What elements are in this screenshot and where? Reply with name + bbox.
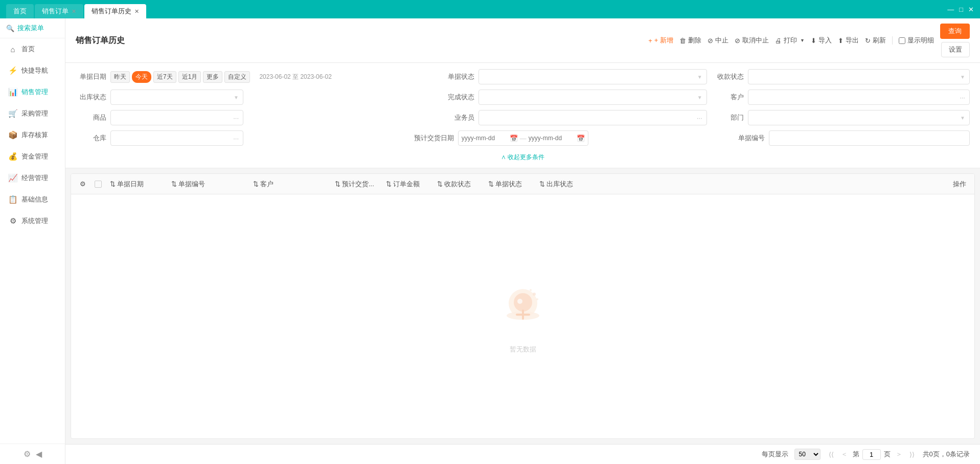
tab-sales-order[interactable]: 销售订单 ✕ <box>35 4 83 18</box>
sidebar-collapse-btn[interactable]: ◀ <box>36 449 42 459</box>
th-customer-label: 客户 <box>260 180 274 189</box>
window-minimize-icon[interactable]: — <box>947 6 954 13</box>
sidebar-item-home[interactable]: ⌂ 首页 <box>0 38 65 60</box>
svg-point-3 <box>517 299 522 304</box>
stop-button[interactable]: ⊘ 中止 <box>708 36 728 45</box>
date-btn-1month[interactable]: 近1月 <box>178 71 201 83</box>
set-button[interactable]: 设置 <box>941 42 970 57</box>
cancel-stop-button[interactable]: ⊘ 取消中止 <box>735 36 769 45</box>
print-button[interactable]: 🖨 打印 ▼ <box>775 36 805 45</box>
last-page-btn[interactable]: ⟩⟩ <box>907 450 917 459</box>
new-button[interactable]: + + 新增 <box>648 36 673 45</box>
th-date[interactable]: ⇅ 单据日期 <box>106 180 167 189</box>
sidebar-item-quick-nav[interactable]: ⚡ 快捷导航 <box>0 60 65 81</box>
delivery-date-range[interactable]: 📅 — 📅 <box>458 130 588 146</box>
th-settings[interactable]: ⚙ <box>75 180 90 188</box>
show-detail-checkbox[interactable]: 显示明细 <box>899 36 934 45</box>
sidebar-item-system[interactable]: ⚙ 系统管理 <box>0 210 65 232</box>
sidebar-search[interactable]: 🔍 搜索菜单 <box>0 18 65 38</box>
date-btn-custom[interactable]: 自定义 <box>224 71 250 83</box>
delivery-date-end-input[interactable] <box>529 135 575 142</box>
page-number-input[interactable] <box>862 449 881 460</box>
query-button[interactable]: 查询 <box>940 24 970 39</box>
th-pay-status-label: 收款状态 <box>444 180 471 189</box>
refresh-button[interactable]: ↻ 刷新 <box>865 36 886 45</box>
purchase-icon: 🛒 <box>8 109 17 118</box>
delivery-date-start-calendar-icon[interactable]: 📅 <box>510 135 518 142</box>
header-checkbox[interactable] <box>95 181 102 188</box>
date-btn-yesterday[interactable]: 昨天 <box>110 71 130 83</box>
complete-status-label: 完成状态 <box>444 93 474 102</box>
delivery-date-separator: — <box>520 135 527 142</box>
th-check[interactable] <box>90 181 106 188</box>
first-page-btn[interactable]: ⟨⟨ <box>827 450 836 459</box>
product-select[interactable]: ··· <box>110 110 243 125</box>
customer-label: 客户 <box>707 93 744 102</box>
basic-info-icon: 📋 <box>8 195 17 204</box>
tab-sales-order-close[interactable]: ✕ <box>72 8 76 15</box>
customer-more-icon: ··· <box>960 94 965 101</box>
delivery-date-start-input[interactable] <box>462 135 508 142</box>
th-customer[interactable]: ⇅ 客户 <box>249 180 331 189</box>
filter-area: 单据日期 昨天 今天 近7天 近1月 更多 自定义 2023-06-02 至 2… <box>65 63 980 168</box>
filter-row-1: 单据日期 昨天 今天 近7天 近1月 更多 自定义 2023-06-02 至 2… <box>76 69 970 84</box>
tab-sales-order-label: 销售订单 <box>42 7 69 16</box>
tab-sales-order-history[interactable]: 销售订单历史 ✕ <box>84 4 146 18</box>
th-amount[interactable]: ⇅ 订单金额 <box>382 180 433 189</box>
window-maximize-icon[interactable]: □ <box>959 6 963 13</box>
th-delivery[interactable]: ⇅ 预计交货... <box>331 180 382 189</box>
sort-icon-pay: ⇅ <box>437 180 443 188</box>
sidebar-search-label: 搜索菜单 <box>17 24 44 33</box>
sort-icon-number: ⇅ <box>171 180 177 188</box>
filter-delivery-date-item: 预计交货日期 📅 — 📅 <box>414 130 728 146</box>
bill-status-select[interactable]: ▼ <box>478 69 706 84</box>
th-out-status[interactable]: ⇅ 出库状态 <box>535 180 586 189</box>
tab-home[interactable]: 首页 <box>6 4 34 18</box>
top-bar-right: — □ ✕ <box>947 6 974 13</box>
settings-icon[interactable]: ⚙ <box>80 180 86 188</box>
table-footer: 每页显示 50 10 20 100 ⟨⟨ ＜ 第 页 ＞ ⟩⟩ 共0页，0条记录 <box>65 444 980 464</box>
payment-status-select[interactable]: ▼ <box>748 69 970 84</box>
th-pay-status[interactable]: ⇅ 收款状态 <box>433 180 484 189</box>
window-close-icon[interactable]: ✕ <box>968 6 974 13</box>
sidebar-item-inventory[interactable]: 📦 库存核算 <box>0 124 65 146</box>
import-button[interactable]: ⬇ 导入 <box>811 36 832 45</box>
delete-icon: 🗑 <box>679 37 686 45</box>
sidebar-item-home-label: 首页 <box>21 45 35 54</box>
out-status-select[interactable]: ▼ <box>110 90 243 105</box>
sidebar-item-finance[interactable]: 💰 资金管理 <box>0 146 65 167</box>
th-number[interactable]: ⇅ 单据编号 <box>167 180 249 189</box>
delivery-date-end-calendar-icon[interactable]: 📅 <box>577 135 585 142</box>
filter-payment-status-item: 收款状态 ▼ <box>707 69 970 84</box>
sidebar-item-operations[interactable]: 📈 经营管理 <box>0 167 65 189</box>
warehouse-select[interactable]: ··· <box>110 130 243 146</box>
th-delivery-label: 预计交货... <box>342 180 374 189</box>
page-size-select[interactable]: 50 10 20 100 <box>794 449 821 460</box>
export-button[interactable]: ⬆ 导出 <box>838 36 859 45</box>
sidebar-item-basic-info[interactable]: 📋 基础信息 <box>0 189 65 210</box>
date-btn-more[interactable]: 更多 <box>203 71 222 83</box>
prev-page-btn[interactable]: ＜ <box>839 449 850 460</box>
sidebar-settings-btn[interactable]: ⚙ <box>24 449 31 459</box>
delete-button[interactable]: 🗑 删除 <box>679 36 701 45</box>
department-label: 部门 <box>707 113 744 122</box>
sidebar-item-sales-label: 销售管理 <box>21 87 48 97</box>
next-page-btn[interactable]: ＞ <box>894 449 904 460</box>
bill-number-label: 单据编号 <box>728 134 765 143</box>
filter-collapse-btn[interactable]: ∧ 收起更多条件 <box>76 151 970 162</box>
show-detail-input[interactable] <box>899 37 905 44</box>
date-btn-7days[interactable]: 近7天 <box>153 71 176 83</box>
bill-number-input[interactable] <box>769 130 970 146</box>
sidebar-item-purchase[interactable]: 🛒 采购管理 <box>0 103 65 124</box>
customer-select[interactable]: ··· <box>748 90 970 105</box>
th-bill-status[interactable]: ⇅ 单据状态 <box>484 180 535 189</box>
sidebar-item-sales[interactable]: 📊 销售管理 <box>0 81 65 103</box>
salesperson-select[interactable]: ··· <box>478 110 706 125</box>
date-btn-today[interactable]: 今天 <box>132 71 151 83</box>
tab-sales-order-history-close[interactable]: ✕ <box>134 8 139 15</box>
complete-status-select[interactable]: ▼ <box>478 90 706 105</box>
stop-label: 中止 <box>715 36 728 45</box>
department-select[interactable]: ▼ <box>748 110 970 125</box>
delete-label: 删除 <box>688 36 701 45</box>
sidebar-item-inventory-label: 库存核算 <box>21 130 48 140</box>
